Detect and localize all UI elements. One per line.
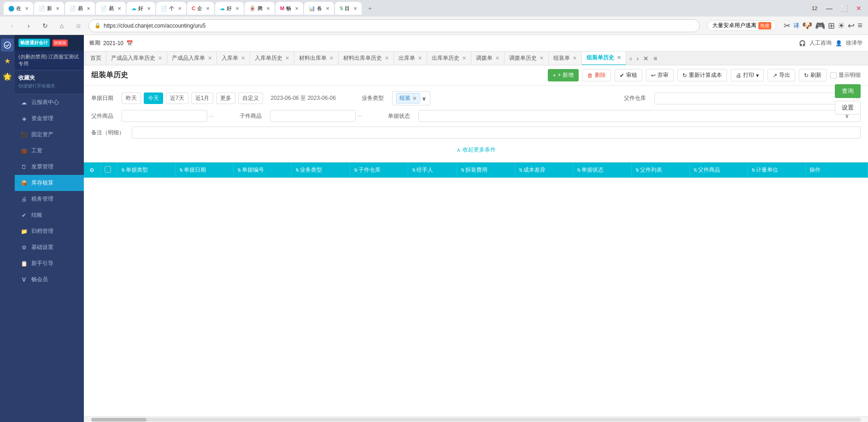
refresh-button[interactable]: ↻ 刷新 [799, 69, 827, 81]
game-tool[interactable]: 🎮 [815, 21, 825, 31]
tab-assemble-history[interactable]: 组装单历史 ✕ [582, 52, 626, 65]
today-btn[interactable]: 今天 [144, 92, 163, 104]
browser-tab-1[interactable]: ⬤ 在 ✕ [4, 2, 33, 15]
forward-button[interactable]: › [22, 19, 35, 32]
undo-tool[interactable]: ↩ [848, 21, 855, 31]
delete-button[interactable]: 🗑 删除 [582, 69, 611, 81]
child-goods-input[interactable] [270, 110, 356, 122]
scrollbar-track[interactable] [91, 418, 861, 422]
tab-produce-instock-close[interactable]: ✕ [208, 55, 212, 61]
tab-outstock-history-close[interactable]: ✕ [462, 55, 466, 61]
browser-tab-4[interactable]: 📄 易 ✕ [96, 2, 126, 15]
parent-goods-input[interactable] [122, 110, 207, 122]
menu-tool[interactable]: ≡ [857, 21, 862, 30]
cut-tool[interactable]: ✂ [784, 21, 791, 31]
back-button[interactable]: ‹ [6, 19, 18, 32]
icon-bar-item-1[interactable] [1, 39, 14, 52]
tab-instock-history[interactable]: 入库单历史 ✕ [250, 52, 294, 65]
col-bill-status[interactable]: ⇅单据状态 [573, 162, 631, 178]
audit-button[interactable]: ✔ 审核 [615, 69, 642, 81]
tab-assemble-close[interactable]: ✕ [573, 55, 577, 61]
tab-next-button[interactable]: › [635, 55, 641, 62]
select-all-checkbox[interactable] [105, 166, 111, 173]
home-button[interactable]: ⌂ [55, 19, 68, 32]
browser-tab-10[interactable]: M 畅 ✕ [276, 2, 303, 15]
tab-more-button[interactable]: ≡ [651, 55, 659, 62]
business-type-dropdown[interactable]: ∨ [422, 95, 426, 102]
browser-tab-6[interactable]: 📄 个 ✕ [156, 2, 186, 15]
tab10-close[interactable]: ✕ [295, 6, 299, 11]
more-btn[interactable]: 更多 [216, 92, 235, 104]
tab8-close[interactable]: ✕ [235, 6, 239, 11]
sidebar-item-cloud-report[interactable]: ☁ 云报表中心 [15, 94, 84, 110]
tab-instock-close[interactable]: ✕ [241, 55, 245, 61]
tab-instock[interactable]: 入库单 ✕ [217, 52, 250, 65]
tab-instock-history-close[interactable]: ✕ [285, 55, 289, 61]
browser-tab-12[interactable]: S 目 ✕ [335, 2, 362, 15]
tab-transfer-history[interactable]: 调拨单历史 ✕ [504, 52, 549, 65]
remark-input[interactable] [132, 127, 861, 139]
sidebar-item-inventory[interactable]: 📦 库存核算 [15, 175, 84, 191]
close-browser-button[interactable]: ✕ [853, 3, 864, 14]
col-unit[interactable]: ⇅计量单位 [748, 162, 806, 178]
tab6-close[interactable]: ✕ [178, 6, 182, 11]
tab-close-all[interactable]: ✕ [641, 55, 651, 62]
tab-outstock-close[interactable]: ✕ [418, 55, 422, 61]
tab12-close[interactable]: ✕ [353, 6, 357, 11]
emoji-tool[interactable]: 🐶 [802, 21, 812, 31]
tab-material-outstock-close[interactable]: ✕ [329, 55, 334, 61]
tab4-close[interactable]: ✕ [117, 6, 121, 11]
col-bill-no[interactable]: ⇅单据编号 [234, 162, 292, 178]
star-button[interactable]: ☆ [72, 19, 85, 32]
tab3-close[interactable]: ✕ [87, 6, 90, 11]
tab-prev-button[interactable]: ‹ [628, 55, 634, 62]
recalculate-button[interactable]: ↻ 重新计算成本 [677, 69, 727, 81]
browser-tab-9[interactable]: 🀄 腾 ✕ [245, 2, 275, 15]
address-bar[interactable]: 🔒 https://cloud.chanjet.com/accounting/u… [88, 19, 700, 32]
tab-produce-instock-history-close[interactable]: ✕ [158, 55, 162, 61]
tab-material-outstock-history-close[interactable]: ✕ [385, 55, 389, 61]
icon-bar-item-2[interactable]: ★ [1, 54, 14, 67]
sidebar-item-guide[interactable]: 📋 新手引导 [15, 255, 84, 272]
tab-transfer[interactable]: 调拨单 ✕ [471, 52, 504, 65]
collapse-bar[interactable]: ∧ 收起更多条件 [91, 143, 861, 156]
horizontal-scrollbar[interactable] [84, 416, 868, 422]
icon-bar-item-3[interactable]: 🌟 [1, 70, 14, 83]
sidebar-item-settings[interactable]: ⚙ 基础设置 [15, 239, 84, 255]
tab-home[interactable]: 首页 [86, 52, 106, 65]
minimize-button[interactable]: — [824, 3, 835, 14]
query-button[interactable]: 查询 [835, 84, 861, 98]
tab7-close[interactable]: ✕ [206, 6, 210, 11]
period-selector[interactable]: 账期 2021-10 📅 [89, 39, 133, 47]
tab1-close[interactable]: ✕ [25, 6, 29, 11]
tab-material-outstock[interactable]: 材料出库单 ✕ [294, 52, 339, 65]
tab-assemble[interactable]: 组装单 ✕ [549, 52, 582, 65]
col-cost-diff[interactable]: ⇅成本差异 [515, 162, 573, 178]
print-button[interactable]: 🖨 打印 ▾ [731, 69, 764, 81]
sidebar-item-salary[interactable]: 💼 工资 [15, 143, 84, 159]
parent-goods-more[interactable]: ··· [209, 113, 214, 119]
business-type-select[interactable]: 组装 ✕ ∨ [392, 91, 430, 105]
col-bill-type[interactable]: ⇅单据类型 [117, 162, 175, 178]
new-tab-count[interactable]: 12 [809, 3, 820, 14]
setting-button[interactable]: 设置 [835, 101, 861, 115]
brightness-tool[interactable]: ☀ [838, 21, 845, 31]
tab-assemble-history-close[interactable]: ✕ [617, 55, 621, 61]
tab-material-outstock-history[interactable]: 材料出库单历史 ✕ [339, 52, 394, 65]
search-box[interactable]: 大量安卓用户逃离 热搜 [707, 20, 776, 31]
tab5-close[interactable]: ✕ [147, 6, 151, 11]
custom-btn[interactable]: 自定义 [238, 92, 263, 104]
table-gear-header[interactable]: ⚙ [84, 162, 100, 178]
new-tab-button[interactable]: ＋ [364, 3, 376, 14]
favorites-section[interactable]: 收藏夹 快捷键打开收藏夹 [15, 70, 84, 94]
tab11-close[interactable]: ✕ [326, 6, 329, 11]
browser-tab-3[interactable]: 📄 易 ✕ [65, 2, 95, 15]
tab-produce-instock[interactable]: 产成品入库单 ✕ [167, 52, 217, 65]
tab-outstock-history[interactable]: 出库单历史 ✕ [427, 52, 471, 65]
company-selector[interactable]: (勿删勿禁用) 江西服宝测试专用 [15, 51, 84, 70]
last1month-btn[interactable]: 近1月 [191, 92, 214, 104]
sidebar-item-fixed-asset[interactable]: ⬛ 固定资产 [15, 127, 84, 143]
yesterday-btn[interactable]: 昨天 [122, 92, 141, 104]
abandon-button[interactable]: ↩ 弃审 [646, 69, 674, 81]
show-detail-toggle[interactable]: 显示明细 [830, 71, 861, 79]
